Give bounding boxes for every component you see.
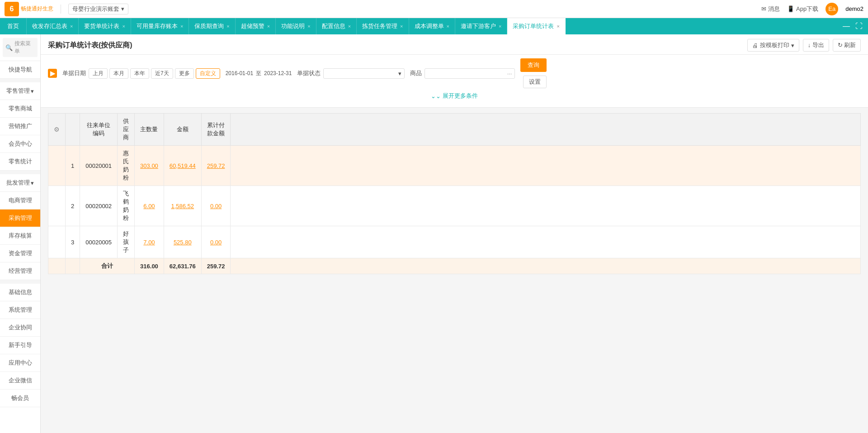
filter-expand-toggle[interactable]: ▶: [48, 69, 57, 78]
tab-invite-downstream-close[interactable]: ×: [499, 24, 501, 29]
tab-receive-summary-close[interactable]: ×: [70, 24, 73, 29]
row-3-paid-link[interactable]: 0.00: [210, 239, 222, 246]
row-2-paid-amount[interactable]: 0.00: [201, 186, 231, 226]
sidebar-quick-nav-label: 快捷导航: [9, 66, 32, 73]
date-btn-more[interactable]: 更多: [175, 68, 194, 79]
row-2-paid-link[interactable]: 0.00: [210, 203, 222, 209]
row-1-main-qty[interactable]: 303.00: [135, 146, 164, 186]
tab-cost-adjust[interactable]: 成本调整单 ×: [409, 18, 455, 34]
row-2-main-qty[interactable]: 6.00: [135, 186, 164, 226]
row-3-paid-amount[interactable]: 0.00: [201, 226, 231, 258]
date-btn-7days[interactable]: 近7天: [151, 68, 173, 79]
store-selector[interactable]: 母婴行业演示账套 ▾: [68, 4, 128, 14]
query-button[interactable]: 查询: [520, 58, 547, 72]
tab-invite-downstream-label: 邀请下游客户: [461, 22, 496, 30]
sidebar-item-capital-mgmt[interactable]: 资金管理: [0, 245, 40, 262]
tab-overstock[interactable]: 超储预警 ×: [236, 18, 276, 34]
tab-order-summary[interactable]: 要货单统计表 ×: [79, 18, 131, 34]
row-3-amount[interactable]: 525.80: [164, 226, 201, 258]
nav-minimize-btn[interactable]: —: [841, 21, 852, 31]
tab-config-info-label: 配置信息: [322, 22, 345, 30]
tab-cost-adjust-close[interactable]: ×: [447, 24, 449, 29]
row-1-amount-link[interactable]: 60,519.44: [170, 162, 196, 169]
footer-extra: [231, 258, 861, 274]
row-2-qty-link[interactable]: 6.00: [143, 203, 155, 209]
app-download-btn[interactable]: 📱 App下载: [787, 5, 818, 13]
content-area: 采购订单统计表(按供应商) 🖨 按模板打印 ▾ ↓ 导出 ↻ 刷新: [41, 34, 868, 433]
tab-home[interactable]: 首页: [0, 18, 27, 34]
settings-icon[interactable]: ⚙: [54, 126, 60, 133]
sidebar-item-vip-member[interactable]: 畅会员: [0, 390, 40, 407]
tab-purchase-summary[interactable]: 采购订单统计表 ×: [507, 18, 565, 34]
sidebar-marketing-label: 营销推广: [9, 123, 32, 129]
sidebar-item-ecommerce[interactable]: 电商管理: [0, 192, 40, 209]
sidebar-search-btn[interactable]: 🔍 搜索菜单: [3, 38, 38, 57]
filter-goods-more-btn[interactable]: ···: [507, 70, 512, 77]
tab-stock-ledger-close[interactable]: ×: [180, 24, 183, 29]
filter-status-select[interactable]: ▾: [323, 68, 405, 79]
row-3-amount-link[interactable]: 525.80: [174, 239, 192, 246]
print-button[interactable]: 🖨 按模板打印 ▾: [747, 39, 799, 52]
tab-order-summary-close[interactable]: ×: [122, 24, 125, 29]
date-btn-custom[interactable]: 自定义: [196, 68, 220, 79]
tab-pick-task-close[interactable]: ×: [400, 24, 403, 29]
tab-pick-task[interactable]: 拣货任务管理 ×: [357, 18, 409, 34]
row-3-supplier-name: 好孩子: [118, 226, 135, 258]
sidebar-item-marketing[interactable]: 营销推广: [0, 118, 40, 135]
row-3-main-qty[interactable]: 7.00: [135, 226, 164, 258]
date-btn-this-month[interactable]: 本月: [109, 68, 128, 79]
sidebar-item-enterprise-wechat[interactable]: 企业微信: [0, 372, 40, 390]
table-container: ⚙ 往来单位编码 供应商 主数量 金额 累计付款金额 1: [41, 108, 868, 433]
sidebar-item-retail-mall[interactable]: 零售商城: [0, 100, 40, 118]
sidebar-item-retail-stats[interactable]: 零售统计: [0, 153, 40, 171]
sidebar-item-ops-mgmt[interactable]: 经营管理: [0, 262, 40, 280]
tab-function-desc-close[interactable]: ×: [307, 24, 310, 29]
refresh-button[interactable]: ↻ 刷新: [833, 39, 861, 52]
tab-expire-query[interactable]: 保质期查询 ×: [189, 18, 235, 34]
row-1-paid-link[interactable]: 259.72: [207, 162, 225, 169]
nav-maximize-btn[interactable]: ⛶: [854, 21, 864, 31]
sidebar-item-quick-nav[interactable]: 快捷导航: [0, 61, 40, 79]
tab-receive-summary-label: 收发存汇总表: [32, 22, 67, 30]
sidebar-search-area[interactable]: 🔍 搜索菜单: [0, 34, 40, 61]
sidebar-item-inventory-check[interactable]: 库存核算: [0, 227, 40, 245]
col-header-settings[interactable]: ⚙: [48, 114, 66, 146]
tab-config-info[interactable]: 配置信息 ×: [316, 18, 357, 34]
sidebar-item-system-mgmt[interactable]: 系统管理: [0, 301, 40, 319]
tab-purchase-summary-close[interactable]: ×: [557, 24, 559, 29]
avatar[interactable]: Ea: [826, 3, 838, 15]
row-1-qty-link[interactable]: 303.00: [140, 162, 158, 169]
sidebar-item-basic-info[interactable]: 基础信息: [0, 284, 40, 301]
tab-expire-query-close[interactable]: ×: [226, 24, 229, 29]
message-btn[interactable]: ✉ 消息: [761, 5, 780, 13]
row-1-paid-amount[interactable]: 259.72: [201, 146, 231, 186]
row-3-supplier-code: 00020005: [80, 226, 118, 258]
tab-invite-downstream[interactable]: 邀请下游客户 ×: [455, 18, 507, 34]
print-icon: 🖨: [752, 42, 758, 49]
date-btn-this-year[interactable]: 本年: [130, 68, 149, 79]
table-row: 2 00020002 飞鹤奶粉 6.00 1,586.52 0.00: [48, 186, 861, 226]
sidebar-item-new-guide[interactable]: 新手引导: [0, 337, 40, 354]
tab-overstock-close[interactable]: ×: [267, 24, 270, 29]
expand-more-btn[interactable]: ⌄⌄ 展开更多条件: [427, 90, 481, 102]
sidebar-item-wholesale-mgmt[interactable]: 批发管理 ▾: [0, 174, 40, 192]
row-2-amount-link[interactable]: 1,586.52: [171, 203, 194, 209]
sidebar-item-retail-mgmt[interactable]: 零售管理 ▾: [0, 82, 40, 100]
settings-button[interactable]: 设置: [523, 76, 547, 88]
export-button[interactable]: ↓ 导出: [803, 39, 829, 52]
sidebar-item-app-center[interactable]: 应用中心: [0, 354, 40, 372]
row-3-qty-link[interactable]: 7.00: [143, 239, 155, 246]
sidebar-item-enterprise-collab[interactable]: 企业协同: [0, 319, 40, 337]
table-footer-row: 合计 316.00 62,631.76 259.72: [48, 258, 861, 274]
tab-stock-ledger[interactable]: 可用量库存账本 ×: [131, 18, 189, 34]
tab-function-desc[interactable]: 功能说明 ×: [276, 18, 316, 34]
sidebar-item-purchase-mgmt[interactable]: 采购管理: [0, 209, 40, 227]
nav-tabs-bar: 首页 收发存汇总表 × 要货单统计表 × 可用量库存账本 × 保质期查询 × 超…: [0, 18, 868, 34]
date-btn-last-month[interactable]: 上月: [89, 68, 108, 79]
row-1-amount[interactable]: 60,519.44: [164, 146, 201, 186]
row-2-amount[interactable]: 1,586.52: [164, 186, 201, 226]
sidebar-item-member-center[interactable]: 会员中心: [0, 135, 40, 153]
tab-receive-summary[interactable]: 收发存汇总表 ×: [27, 18, 79, 34]
footer-amount: 62,631.76: [164, 258, 201, 274]
tab-config-info-close[interactable]: ×: [348, 24, 351, 29]
